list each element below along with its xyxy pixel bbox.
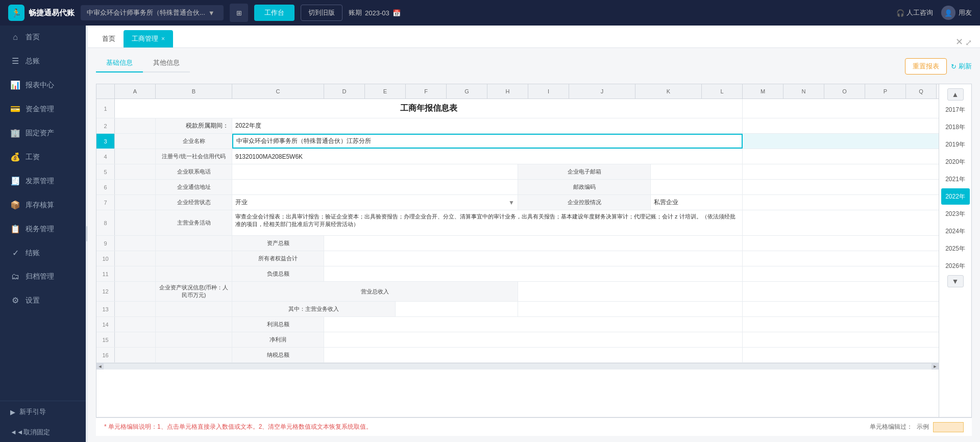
reset-button[interactable]: 重置报表 bbox=[905, 58, 947, 75]
scroll-right-button[interactable]: ► bbox=[932, 363, 939, 370]
cell-5-L[interactable] bbox=[651, 164, 743, 179]
cell-12-B: 企业资产状况信息(币种：人民币万元) bbox=[156, 282, 232, 301]
sidebar: ⌂ 首页 ☰ 总账 📊 报表中心 💳 资金管理 🏢 固定资产 💰 工资 bbox=[0, 26, 86, 442]
year-item-2017[interactable]: 2017年 bbox=[941, 102, 970, 118]
cell-11-A bbox=[115, 266, 156, 281]
year-item-2025[interactable]: 2025年 bbox=[941, 240, 970, 257]
home-icon: ⌂ bbox=[10, 33, 20, 42]
sidebar-item-assets[interactable]: 🏢 固定资产 bbox=[0, 121, 86, 145]
topbar: 🏃 畅捷通易代账 中审众环会计师事务所（特殊普通合伙... ▼ ⊞ 工作台 切到… bbox=[0, 0, 980, 26]
cell-3-A[interactable] bbox=[115, 134, 156, 149]
sidebar-item-inventory[interactable]: 📦 库存核算 bbox=[0, 193, 86, 217]
cell-13-J[interactable] bbox=[518, 302, 743, 316]
table-row: 15 净利润 bbox=[96, 332, 939, 348]
col-header-O: O bbox=[824, 84, 865, 99]
consult-button[interactable]: 🎧 人工咨询 bbox=[896, 8, 933, 17]
table-row: 11 负债总额 bbox=[96, 266, 939, 282]
cell-7-L[interactable]: 私营企业 bbox=[651, 195, 743, 210]
year-item-2026[interactable]: 2026年 bbox=[941, 258, 970, 274]
sample-label: 示例 bbox=[917, 423, 929, 431]
cell-2-C[interactable]: 2022年度 bbox=[232, 118, 743, 133]
table-row: 3 企业名称 中审众环会计师事务所（特殊普通合伙）江苏分所 bbox=[96, 134, 939, 149]
sidebar-item-settle[interactable]: ✓ 结账 bbox=[0, 241, 86, 265]
window-close-icon[interactable]: ✕ bbox=[955, 36, 963, 47]
refresh-button[interactable]: ↻ 刷新 bbox=[951, 62, 972, 71]
cell-16-D[interactable] bbox=[324, 348, 743, 362]
company-icon-button[interactable]: ⊞ bbox=[230, 4, 248, 22]
sub-tab-other[interactable]: 其他信息 bbox=[143, 54, 190, 72]
sidebar-item-finance[interactable]: 💳 资金管理 bbox=[0, 97, 86, 121]
sidebar-item-invoice[interactable]: 🧾 发票管理 bbox=[0, 169, 86, 193]
cell-6-L[interactable] bbox=[651, 180, 743, 194]
cell-4-C[interactable]: 91320100MA208E5W6K bbox=[232, 149, 743, 164]
horizontal-scrollbar[interactable]: ◄ ► bbox=[96, 363, 939, 369]
cancel-fixed-button[interactable]: ◄◄取消固定 bbox=[0, 423, 86, 442]
sidebar-item-home[interactable]: ⌂ 首页 bbox=[0, 26, 86, 49]
cell-7-C[interactable]: 开业 ▼ bbox=[232, 195, 518, 210]
scroll-left-button[interactable]: ◄ bbox=[96, 363, 104, 370]
cell-13-G[interactable] bbox=[396, 302, 518, 316]
cell-8-C[interactable]: 审查企业会计报表；出具审计报告；验证企业资本；出具验资报告；办理企业合开、分立、… bbox=[232, 210, 743, 235]
sub-tab-basic[interactable]: 基础信息 bbox=[96, 54, 143, 72]
cell-4-A[interactable] bbox=[115, 149, 156, 164]
year-item-2023[interactable]: 2023年 bbox=[941, 206, 970, 222]
sub-tabs: 基础信息 其他信息 bbox=[96, 54, 190, 72]
workbench-button[interactable]: 工作台 bbox=[254, 5, 295, 21]
cell-10-D[interactable] bbox=[324, 251, 743, 266]
new-user-guide-button[interactable]: ▶ 新手引导 bbox=[0, 401, 86, 423]
cell-6-C[interactable] bbox=[232, 180, 518, 194]
chevron-down-icon: ▼ bbox=[208, 9, 215, 17]
sidebar-bottom: ▶ 新手引导 ◄◄取消固定 bbox=[0, 401, 86, 442]
year-item-2020[interactable]: 2020年 bbox=[941, 154, 970, 170]
company-selector[interactable]: 中审众环会计师事务所（特殊普通合伙... ▼ bbox=[81, 5, 224, 20]
cell-6-A bbox=[115, 180, 156, 194]
year-scroll-up-button[interactable]: ▲ bbox=[947, 88, 964, 101]
cell-12-J[interactable] bbox=[518, 282, 743, 301]
sidebar-item-tax[interactable]: 📋 税务管理 bbox=[0, 217, 86, 241]
year-item-2024[interactable]: 2024年 bbox=[941, 223, 970, 239]
sidebar-resize-handle[interactable] bbox=[86, 26, 88, 442]
sidebar-scroll: ⌂ 首页 ☰ 总账 📊 报表中心 💳 资金管理 🏢 固定资产 💰 工资 bbox=[0, 26, 86, 401]
cell-9-D[interactable] bbox=[324, 236, 743, 251]
cell-14-B bbox=[156, 317, 232, 332]
year-item-2019[interactable]: 2019年 bbox=[941, 136, 970, 153]
year-item-2022[interactable]: 2022年 bbox=[941, 188, 970, 205]
sidebar-item-ledger[interactable]: ☰ 总账 bbox=[0, 49, 86, 73]
year-item-2018[interactable]: 2018年 bbox=[941, 119, 970, 135]
cell-3-C[interactable]: 中审众环会计师事务所（特殊普通合伙）江苏分所 bbox=[232, 134, 743, 149]
cell-2-A[interactable] bbox=[115, 118, 156, 133]
cell-11-D[interactable] bbox=[324, 266, 743, 281]
nav-label: 资金管理 bbox=[26, 105, 54, 114]
switch-version-button[interactable]: 切到旧版 bbox=[301, 5, 342, 21]
gear-icon: ⚙ bbox=[10, 296, 20, 305]
tab-close-icon[interactable]: × bbox=[161, 35, 165, 42]
sidebar-item-salary[interactable]: 💰 工资 bbox=[0, 145, 86, 169]
toolbar: 重置报表 ↻ 刷新 bbox=[905, 58, 972, 75]
cell-5-C[interactable] bbox=[232, 164, 518, 179]
year-scroll-down-button[interactable]: ▼ bbox=[947, 275, 964, 287]
year-item-2021[interactable]: 2021年 bbox=[941, 171, 970, 187]
sample-cell bbox=[933, 422, 964, 432]
cell-8-A bbox=[115, 210, 156, 235]
sidebar-item-settings[interactable]: ⚙ 设置 bbox=[0, 288, 86, 312]
cell-15-D[interactable] bbox=[324, 332, 743, 347]
edit-label: 单元格编辑过： bbox=[870, 423, 913, 431]
status-hint-text: * 单元格编辑说明：1、点击单元格直接录入数值或文本。2、清空单元格数值或文本恢… bbox=[104, 423, 372, 431]
calendar-icon[interactable]: 📅 bbox=[393, 9, 401, 17]
cell-8-B: 主营业务活动 bbox=[156, 210, 232, 235]
cell-14-D[interactable] bbox=[324, 317, 743, 332]
cell-11-B bbox=[156, 266, 232, 281]
tab-business[interactable]: 工商管理 × bbox=[124, 30, 173, 47]
scroll-track[interactable] bbox=[104, 363, 932, 370]
cell-1-title[interactable]: 工商年报信息表 bbox=[115, 99, 743, 118]
sidebar-item-report[interactable]: 📊 报表中心 bbox=[0, 73, 86, 97]
cell-16-C: 纳税总额 bbox=[232, 348, 324, 362]
nav-label: 首页 bbox=[26, 33, 40, 42]
app-logo: 🏃 畅捷通易代账 bbox=[8, 5, 75, 21]
tab-home[interactable]: 首页 bbox=[96, 30, 121, 47]
window-expand-icon[interactable]: ⤢ bbox=[965, 38, 972, 47]
sidebar-item-archive[interactable]: 🗂 归档管理 bbox=[0, 265, 86, 288]
user-menu[interactable]: 👤 用友 bbox=[941, 6, 972, 20]
sheet-main[interactable]: A B C D E F G H I J K L M N O bbox=[96, 84, 939, 417]
period-label: 账期 bbox=[349, 8, 362, 17]
